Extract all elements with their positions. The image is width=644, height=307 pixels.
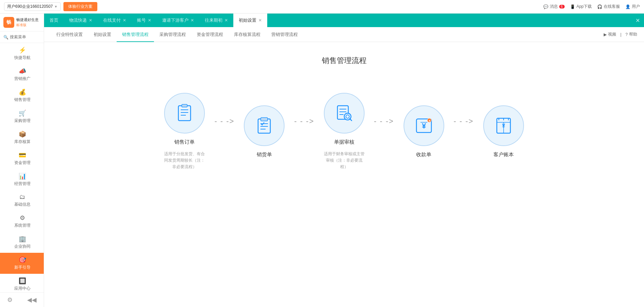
flow-label-delivery-note: 销货单 xyxy=(257,151,272,158)
online-service-item[interactable]: 🎧 在线客服 xyxy=(597,4,620,9)
new-guide-icon: 🎯 xyxy=(19,256,26,264)
sub-tab-marketing-flow[interactable]: 营销管理流程 xyxy=(266,27,303,42)
sidebar-item-label-sales: 销售管理 xyxy=(14,97,31,103)
flow-circle-receipt[interactable]: ¥ ★ xyxy=(404,105,444,146)
svg-line-16 xyxy=(350,119,352,121)
nav-tab-payment[interactable]: 在线支付✕ xyxy=(98,14,132,27)
collapse-icon[interactable]: ◀◀ xyxy=(27,296,37,304)
nav-tabs: 首页物流快递✕在线支付✕账号✕邀请下游客户✕往来期初✕初始设置✕✕ xyxy=(44,14,644,27)
svg-text:★: ★ xyxy=(428,119,430,122)
sidebar-item-inventory[interactable]: 📦 库存核算 xyxy=(0,127,44,148)
nav-close-icon: ✕ xyxy=(636,18,640,23)
sidebar-item-new-guide[interactable]: 🎯 新手引导 xyxy=(0,253,44,274)
sidebar-item-finance[interactable]: 💳 资金管理 xyxy=(0,148,44,169)
inventory-icon: 📦 xyxy=(19,130,26,138)
sidebar-item-label-quick-nav: 快捷导航 xyxy=(14,55,31,61)
message-label: 消息 xyxy=(550,4,558,9)
close-tab-invite-customer-icon[interactable]: ✕ xyxy=(191,18,194,23)
nav-tab-period-init[interactable]: 往来期初✕ xyxy=(199,14,233,27)
sidebar-item-label-purchase: 采购管理 xyxy=(14,118,31,124)
dropdown-arrow-icon: ▼ xyxy=(54,5,58,8)
nav-tab-label-home: 首页 xyxy=(50,17,58,23)
page-title: 销售管理流程 xyxy=(51,56,637,66)
trial-button[interactable]: 体验行业方案 xyxy=(63,2,97,11)
sidebar-item-marketing[interactable]: 📣 营销推广 xyxy=(0,64,44,85)
sub-tabs: 行业特性设置初始设置销售管理流程采购管理流程资金管理流程库存核算流程营销管理流程… xyxy=(44,27,644,42)
divider: | xyxy=(620,32,621,37)
logo-version: 标准版 xyxy=(16,23,39,27)
top-bar-left: 用户690企业1660120507 ▼ 体验行业方案 xyxy=(4,2,97,11)
sidebar-bottom: ⚙ ◀◀ xyxy=(0,292,44,307)
sub-tab-right: ▶ 视频 | ? 帮助 xyxy=(604,32,637,37)
nav-tab-label-invite-customer: 邀请下游客户 xyxy=(162,17,189,23)
flow-node-sales-order: 销售订单适用于分批发货、有合同发货周期较长（注：非必要流程） xyxy=(157,93,212,170)
user-avatar-item[interactable]: 👤 用户 xyxy=(625,4,640,9)
nav-tab-label-logistics: 物流快递 xyxy=(69,17,87,23)
flow-arrow-1: - - -> xyxy=(294,117,314,146)
sub-tab-label-inventory-flow: 库存核算流程 xyxy=(234,32,260,38)
flow-desc-sales-order: 适用于分批发货、有合同发货周期较长（注：非必要流程） xyxy=(162,151,207,170)
flow-circle-delivery-note[interactable] xyxy=(244,105,285,146)
video-icon: ▶ xyxy=(604,32,607,37)
nav-tab-invite-customer[interactable]: 邀请下游客户✕ xyxy=(157,14,199,27)
search-icon: 🔍 xyxy=(3,35,8,40)
system-icon: ⚙ xyxy=(20,214,25,222)
sidebar-item-operations[interactable]: 📊 经营管理 xyxy=(0,169,44,190)
sub-tab-industry-settings[interactable]: 行业特性设置 xyxy=(51,27,88,42)
sub-tab-purchase-flow[interactable]: 采购管理流程 xyxy=(154,27,191,42)
headset-icon: 🎧 xyxy=(597,4,602,9)
nav-tab-logistics[interactable]: 物流快递✕ xyxy=(64,14,98,27)
sidebar: 畅 畅捷通好生意 标准版 🔍 搜索菜单 ⚡ 快捷导航 📣 营销推广 💰 销售管理… xyxy=(0,14,44,307)
flow-circle-sales-order[interactable] xyxy=(164,93,205,134)
sidebar-item-sales[interactable]: 💰 销售管理 xyxy=(0,85,44,106)
flow-circle-doc-review[interactable] xyxy=(324,93,365,134)
nav-close-button[interactable]: ✕ xyxy=(631,17,644,24)
nav-tab-label-payment: 在线支付 xyxy=(103,17,121,23)
sub-tab-inventory-flow[interactable]: 库存核算流程 xyxy=(229,27,266,42)
nav-tab-init-settings[interactable]: 初始设置✕ xyxy=(233,14,267,27)
sub-tab-finance-flow[interactable]: 资金管理流程 xyxy=(191,27,229,42)
logo-icon: 畅 xyxy=(3,17,14,28)
sidebar-item-label-enterprise-collab: 企业协同 xyxy=(14,244,31,249)
sidebar-item-app-center[interactable]: 🔲 应用中心 xyxy=(0,274,44,292)
nav-tab-home[interactable]: 首页 xyxy=(44,14,64,27)
settings-icon[interactable]: ⚙ xyxy=(7,296,13,304)
sidebar-item-label-app-center: 应用中心 xyxy=(14,286,31,291)
sidebar-item-basic-info[interactable]: 🗂 基础信息 xyxy=(0,190,44,211)
sidebar-item-system[interactable]: ⚙ 系统管理 xyxy=(0,211,44,232)
help-item[interactable]: ? 帮助 xyxy=(625,32,637,37)
message-badge: 6 xyxy=(559,5,565,8)
sidebar-item-label-system: 系统管理 xyxy=(14,223,31,228)
sales-icon: 💰 xyxy=(19,88,26,96)
sidebar-item-label-inventory: 库存核算 xyxy=(14,139,31,145)
user-label: 用户690企业1660120507 xyxy=(7,4,53,9)
search-label: 搜索菜单 xyxy=(10,34,26,40)
close-tab-init-settings-icon[interactable]: ✕ xyxy=(258,18,262,23)
nav-tab-label-account: 账号 xyxy=(137,17,146,23)
user-select[interactable]: 用户690企业1660120507 ▼ xyxy=(4,2,61,11)
flow-node-customer-ledger: ¥ 客户账本 xyxy=(476,105,531,158)
sub-tab-sales-flow[interactable]: 销售管理流程 xyxy=(117,27,154,42)
flow-label-doc-review: 单据审核 xyxy=(334,139,354,145)
app-download-item[interactable]: 📱 App下载 xyxy=(570,4,592,9)
video-help-item[interactable]: ▶ 视频 xyxy=(604,32,616,37)
sidebar-item-quick-nav[interactable]: ⚡ 快捷导航 xyxy=(0,43,44,64)
sidebar-item-enterprise-collab[interactable]: 🏢 企业协同 xyxy=(0,232,44,253)
sidebar-item-label-finance: 资金管理 xyxy=(14,160,31,166)
close-tab-logistics-icon[interactable]: ✕ xyxy=(89,18,92,23)
close-tab-payment-icon[interactable]: ✕ xyxy=(123,18,126,23)
page-body: 销售管理流程 销售订单适用于分批发货、有合同发货周期较长（注：非必要流程）- -… xyxy=(44,42,644,307)
avatar-icon: 👤 xyxy=(625,4,630,9)
sidebar-search[interactable]: 🔍 搜索菜单 xyxy=(0,32,44,43)
flow-circle-customer-ledger[interactable]: ¥ xyxy=(483,105,524,146)
enterprise-collab-icon: 🏢 xyxy=(19,235,26,243)
nav-tab-account[interactable]: 账号✕ xyxy=(132,14,157,27)
close-tab-account-icon[interactable]: ✕ xyxy=(148,18,151,23)
close-tab-period-init-icon[interactable]: ✕ xyxy=(225,18,228,23)
nav-tab-label-init-settings: 初始设置 xyxy=(239,17,256,23)
svg-rect-4 xyxy=(182,104,187,107)
sub-tab-init-settings[interactable]: 初始设置 xyxy=(88,27,117,42)
sidebar-item-purchase[interactable]: 🛒 采购管理 xyxy=(0,106,44,127)
message-item[interactable]: 💬 消息 6 xyxy=(543,4,565,9)
app-icon: 📱 xyxy=(570,4,575,9)
